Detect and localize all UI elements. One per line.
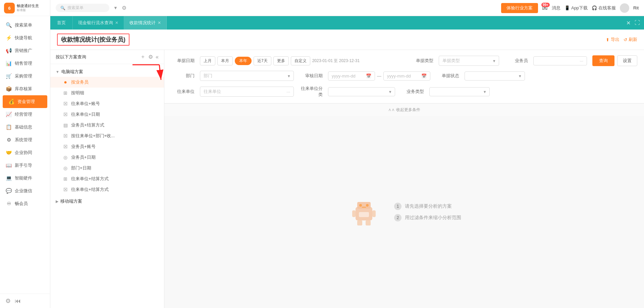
setting-button[interactable]: 设置 [617, 55, 637, 66]
svg-rect-6 [362, 207, 366, 208]
filter-actions: 查询 设置 [592, 55, 637, 66]
home-tab-label: 首页 [57, 20, 66, 26]
sidebar-item-finance[interactable]: 💰 资金管理 [3, 95, 47, 108]
sidebar-item-marketing[interactable]: 📢 营销推广 [0, 44, 50, 57]
doc-status-select[interactable]: ▾ [465, 71, 525, 81]
message-badge: 99+ [541, 3, 550, 7]
dept-select[interactable]: 部门 ▾ [200, 71, 294, 81]
scheme-settings-icon[interactable]: ⚙ [148, 54, 153, 60]
refresh-button[interactable]: ↺ 刷新 [624, 37, 637, 43]
empty-illustration [347, 195, 381, 229]
sidebar-item-system[interactable]: ⚙ 系统管理 [0, 134, 50, 146]
collapse-icon[interactable]: ⏮ [15, 298, 21, 305]
tree-item-party-settlement1-label: 往来单位+结算方式 [71, 176, 109, 182]
export-button[interactable]: ⬆ 导出 [606, 37, 620, 43]
tree-item-dept-date-label: 部门+日期 [71, 165, 91, 171]
counterpart-category-select[interactable]: ▾ [328, 87, 395, 96]
tree-item-party-dept[interactable]: ☒ 按往来单位+部门+收... [50, 131, 164, 141]
tab-cashflow[interactable]: 现金银行流水查询 ✕ [73, 16, 124, 30]
date-btn-more[interactable]: 更多 [273, 56, 289, 65]
topbar-dropdown-icon[interactable]: ▼ [113, 5, 118, 10]
counterpart-more-icon[interactable]: ··· [286, 89, 290, 94]
app-download-button[interactable]: 📱 App下载 [565, 5, 588, 11]
sidebar-item-hardware-label: 智能硬件 [15, 175, 32, 181]
topbar-search-box[interactable]: 🔍 搜索菜单 [56, 4, 109, 12]
date-btn-custom[interactable]: 自定义 [291, 56, 310, 65]
tree-item-party-settlement2[interactable]: ☒ 往来单位+结算方式 [50, 184, 164, 195]
doc-type-label: 单据类型 [410, 58, 433, 64]
salesperson-select[interactable]: ··· [533, 56, 587, 65]
sidebar-item-quick[interactable]: ⚡ 快捷导航 [0, 32, 50, 44]
user-avatar[interactable] [620, 3, 629, 13]
sidebar-item-wechat[interactable]: 💬 企业微信 [0, 185, 50, 197]
query-button[interactable]: 查询 [592, 55, 614, 66]
step-number-1: 1 [394, 203, 401, 210]
sidebar-item-collab-label: 企业协同 [15, 150, 32, 156]
topbar-gear-icon[interactable]: ⚙ [122, 5, 126, 11]
sidebar-item-sales[interactable]: 📊 销售管理 [0, 57, 50, 70]
cashflow-tab-close-icon[interactable]: ✕ [115, 20, 118, 25]
tree-item-salesperson-account[interactable]: ☒ 业务员+账号 [50, 141, 164, 152]
doc-type-select[interactable]: 单据类型 ▾ [439, 56, 499, 66]
step-1-text: 请先选择要分析的方案 [405, 203, 452, 209]
sales-nav-icon: 📊 [5, 60, 12, 66]
tab-close-all-icon[interactable]: ✕ [626, 20, 631, 26]
tree-item-by-salesperson[interactable]: ● 按业务员 [50, 77, 164, 88]
salesperson-account-icon: ☒ [62, 144, 68, 149]
tab-fullscreen-icon[interactable]: ⛶ [635, 20, 640, 26]
tree-item-detail[interactable]: ⊞ 按明细 [50, 88, 164, 98]
message-button[interactable]: ✉ 99+ [542, 4, 548, 12]
sidebar-item-collab[interactable]: 🤝 企业协同 [0, 146, 50, 159]
settings-icon[interactable]: ⚙ [5, 297, 11, 305]
active-item-icon: ● [62, 79, 68, 85]
sidebar-item-operation[interactable]: 📈 经营管理 [0, 108, 50, 121]
date-filter-control: 上月 本月 本年 近7天 更多 自定义 2023-01-01 至 2023-12… [200, 56, 405, 65]
sidebar-item-guide[interactable]: 📖 新手引导 [0, 159, 50, 172]
tree-item-party-settlement1[interactable]: ⊞ 往来单位+结算方式 [50, 173, 164, 184]
sidebar-item-search[interactable]: 🔍 搜索菜单 [0, 19, 50, 32]
tree-item-salesperson-date[interactable]: ◎ 业务员+日期 [50, 152, 164, 163]
collapse-label: 收起更多条件 [396, 107, 420, 112]
tree-group-desktop-header[interactable]: ▼ 电脑端方案 [50, 67, 164, 77]
topbar: 🔍 搜索菜单 ▼ ⚙ 体验行业方案 ✉ 99+ 消息 📱 App下载 🎧 在线客… [50, 0, 644, 16]
review-date-start-text: yyyy-mm-dd [332, 73, 356, 79]
tree-item-party-account[interactable]: ☒ 往来单位+账号 [50, 98, 164, 109]
sidebar-item-basic[interactable]: 📋 基础信息 [0, 121, 50, 134]
collapse-bar[interactable]: ∧∧ 收起更多条件 [164, 103, 644, 116]
logo-icon: 6 [4, 3, 15, 13]
guide-nav-icon: 📖 [5, 162, 12, 168]
online-service-button[interactable]: 🎧 在线客服 [592, 5, 616, 11]
tree-item-salesperson-date-label: 业务员+日期 [71, 154, 96, 160]
business-type-select[interactable]: ▾ [429, 87, 490, 96]
empty-steps: 1 请先选择要分析的方案 2 用过滤条件来缩小分析范围 [394, 203, 461, 221]
date-btn-this-month[interactable]: 本月 [217, 56, 233, 65]
collection-tab-close-icon[interactable]: ✕ [158, 20, 161, 25]
date-btn-7days[interactable]: 近7天 [254, 56, 271, 65]
date-btn-this-year[interactable]: 本年 [235, 57, 252, 65]
collapse-panel-icon[interactable]: « [156, 54, 159, 60]
inventory-nav-icon: 📦 [5, 86, 12, 92]
trial-industry-button[interactable]: 体验行业方案 [501, 3, 538, 13]
tree-group-mobile-header[interactable]: ▶ 移动端方案 [50, 196, 164, 206]
tree-item-by-salesperson-label: 按业务员 [71, 79, 89, 85]
tab-collection[interactable]: 收款情况统计 ✕ [124, 16, 167, 30]
review-date-start[interactable]: yyyy-mm-dd 📅 [328, 71, 375, 81]
review-date-end[interactable]: yyyy-mm-dd 📅 [383, 71, 430, 81]
add-scheme-button[interactable]: ＋ [140, 53, 146, 60]
tree-item-salesperson-payment[interactable]: ▤ 业务员+结算方式 [50, 120, 164, 131]
filter-row-1: 单据日期 上月 本月 本年 近7天 更多 自定义 2023-01-01 至 20… [171, 55, 637, 66]
tab-home[interactable]: 首页 [50, 16, 73, 30]
dept-value: 部门 [204, 73, 212, 79]
sidebar-item-inventory[interactable]: 📦 库存核算 [0, 83, 50, 95]
sidebar-item-purchase[interactable]: 🛒 采购管理 [0, 70, 50, 83]
doc-status-label: 单据状态 [436, 73, 459, 79]
collab-nav-icon: 🤝 [5, 150, 12, 156]
salesperson-more-icon: ··· [580, 58, 583, 63]
date-btn-last-month[interactable]: 上月 [200, 56, 215, 65]
marketing-nav-icon: 📢 [5, 48, 12, 54]
counterpart-select[interactable]: 往来单位 ··· [200, 87, 294, 97]
tree-item-dept-date[interactable]: ◎ 部门+日期 [50, 163, 164, 173]
sidebar-item-hardware[interactable]: 💻 智能硬件 [0, 172, 50, 185]
tree-item-party-date[interactable]: ☒ 往来单位+日期 [50, 109, 164, 120]
sidebar-item-member[interactable]: ♾ 畅会员 [0, 197, 50, 210]
